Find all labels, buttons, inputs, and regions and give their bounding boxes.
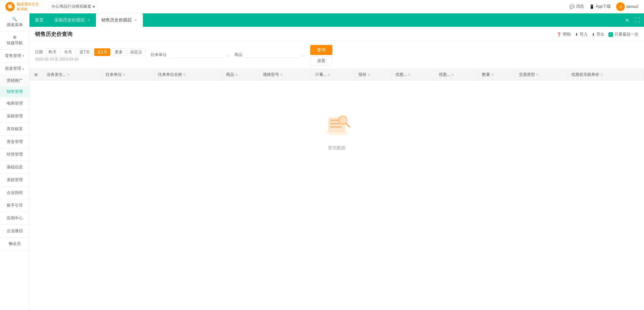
tab-bar: 首页 采购历史价跟踪 × 销售历史价跟踪 × ✕ ⛶ [30, 13, 644, 27]
tab-purchase-history[interactable]: 采购历史价跟踪 × [49, 13, 96, 27]
sidebar-item-sales-mgmt[interactable]: 销售管理 [0, 86, 29, 97]
column-tax-price[interactable]: 优惠前无税单价 ⇅ [568, 69, 644, 81]
sidebar-item-retail[interactable]: 零售管理 ▾ [0, 50, 29, 62]
sidebar-item-ecommerce[interactable]: 电商管理 [0, 97, 29, 110]
product-label: 商品 [234, 52, 243, 58]
product-input[interactable] [245, 52, 299, 58]
sort-icon: ⇅ [183, 73, 186, 76]
app-download-button[interactable]: 📱 App下载 [589, 4, 611, 9]
company-name: 办公用品行业模拟账套 [51, 4, 92, 9]
column-partner-name[interactable]: 往来单位名称 ⇅ [154, 69, 222, 81]
column-partner-code[interactable]: 往来单位 ⇅ [102, 69, 154, 81]
column-discount2[interactable]: 优惠... ⇅ [435, 69, 479, 81]
help-button[interactable]: ❓ 帮助 [556, 32, 571, 37]
date-btn-today[interactable]: 今天 [61, 48, 75, 56]
sidebar-item-search[interactable]: 🔍 搜索菜单 [0, 13, 29, 32]
company-selector[interactable]: 办公用品行业模拟账套 ▾ [48, 2, 98, 11]
svg-point-6 [339, 117, 346, 123]
tab-sales-history[interactable]: 销售历史价跟踪 × [96, 13, 143, 27]
date-btn-yesterday[interactable]: 昨天 [46, 48, 60, 56]
top-header: 畅 畅捷通好生意 标准版 办公用品行业模拟账套 ▾ 💬 消息 📱 App下载 d… [0, 0, 644, 13]
table-container: ⚙ 业务发生... ⇅ 往来单位 [30, 69, 644, 178]
column-biz-date[interactable]: 业务发生... ⇅ [43, 69, 102, 81]
sidebar-item-member[interactable]: 畅会员 [0, 238, 29, 250]
tab-bar-right: ✕ ⛶ [624, 16, 644, 25]
sidebar-item-guide[interactable]: 新手引导 [0, 199, 29, 212]
tab-close-purchase[interactable]: × [87, 18, 91, 22]
empty-state: 暂无数据 [30, 81, 644, 178]
settings-button[interactable]: 设置 [310, 56, 332, 65]
date-buttons: 昨天 今天 近7天 近1月 更多 自定义 [46, 48, 145, 56]
column-spec[interactable]: 规格型号 ⇅ [259, 69, 312, 81]
sidebar-item-shortcut[interactable]: ⊞ 快捷导航 [0, 32, 29, 50]
column-gear[interactable]: ⚙ [30, 69, 43, 81]
chevron-down-icon: ▾ [22, 54, 24, 58]
page-header: 销售历史价查询 ❓ 帮助 ⬆ 导入 ⬇ 导出 ✓ [30, 27, 644, 41]
date-btn-1month[interactable]: 近1月 [94, 48, 111, 56]
logo-icon: 畅 [5, 2, 15, 11]
column-trade-type[interactable]: 交易类型 ⇅ [515, 69, 568, 81]
tab-close-sales[interactable]: × [134, 18, 138, 22]
page-header-actions: ❓ 帮助 ⬆ 导入 ⬇ 导出 ✓ 只看最后一次 [556, 32, 639, 37]
sort-icon: ⇅ [451, 73, 454, 76]
avatar: d [616, 2, 625, 11]
partner-filter-group: 往来单位 ... [151, 52, 229, 58]
table-header-row: ⚙ 业务发生... ⇅ 往来单位 [30, 69, 644, 81]
sidebar-item-wechat[interactable]: 企业微信 [0, 225, 29, 238]
gear-icon: ⚙ [34, 72, 38, 77]
sidebar-item-enterprise[interactable]: 企业协同 [0, 187, 29, 199]
svg-line-7 [346, 123, 350, 127]
data-table: ⚙ 业务发生... ⇅ 往来单位 [30, 69, 644, 81]
sidebar-item-inventory[interactable]: 库存核算 [0, 123, 29, 136]
only-last-toggle[interactable]: ✓ 只看最后一次 [608, 32, 639, 37]
mobile-icon: 📱 [589, 4, 594, 9]
sort-icon: ⇅ [235, 73, 238, 76]
product-filter-group: 商品 ... [234, 52, 305, 58]
date-btn-more[interactable]: 更多 [112, 48, 126, 56]
main-layout: 🔍 搜索菜单 ⊞ 快捷导航 零售管理 ▾ 批发管理 ▴ 营销推广 销售管理 电商… [0, 13, 644, 310]
logo-area: 畅 畅捷通好生意 标准版 [5, 2, 39, 11]
empty-illustration [320, 107, 354, 141]
logo-text: 畅捷通好生意 标准版 [17, 2, 39, 11]
sidebar-item-wholesale[interactable]: 批发管理 ▴ [0, 62, 29, 75]
maximize-button[interactable]: ⛶ [633, 16, 641, 24]
date-range-text: 2023-02-18 至 2023-03-18 [35, 57, 145, 62]
import-button[interactable]: ⬆ 导入 [575, 32, 588, 37]
close-tab-button[interactable]: ✕ [624, 16, 631, 25]
sort-icon: ⇅ [123, 73, 125, 76]
filter-bar: 日期 昨天 今天 近7天 近1月 更多 自定义 2023-02-18 至 202… [30, 41, 644, 69]
page-title: 销售历史价查询 [35, 31, 72, 38]
content-area: 首页 采购历史价跟踪 × 销售历史价跟踪 × ✕ ⛶ 销售历史价查询 [30, 13, 644, 310]
tab-home[interactable]: 首页 [30, 13, 49, 27]
sort-icon: ⇅ [67, 73, 70, 76]
messages-button[interactable]: 💬 消息 [570, 4, 584, 9]
checkbox-icon: ✓ [608, 32, 613, 37]
sidebar-item-system[interactable]: 系统管理 [0, 174, 29, 187]
sidebar-item-marketing[interactable]: 营销推广 [0, 75, 29, 86]
column-unit[interactable]: 计量... ⇅ [312, 69, 355, 81]
date-btn-custom[interactable]: 自定义 [127, 48, 145, 56]
column-quantity[interactable]: 数量 ⇅ [479, 69, 516, 81]
header-left: 畅 畅捷通好生意 标准版 办公用品行业模拟账套 ▾ [5, 2, 98, 11]
sidebar-item-basic-info[interactable]: 基础信息 [0, 161, 29, 174]
column-price[interactable]: 报价 ⇅ [355, 69, 392, 81]
partner-input[interactable] [169, 52, 223, 58]
search-icon: 🔍 [12, 17, 17, 21]
search-button[interactable]: 查询 [310, 45, 332, 55]
column-discount1[interactable]: 优惠... ⇅ [392, 69, 435, 81]
sort-icon: ⇅ [368, 73, 370, 76]
date-btn-7days[interactable]: 近7天 [76, 48, 93, 56]
date-options-group: 日期 昨天 今天 近7天 近1月 更多 自定义 [35, 48, 145, 56]
import-icon: ⬆ [575, 32, 578, 37]
user-profile[interactable]: d demo2 [616, 2, 639, 11]
page-content: 销售历史价查询 ❓ 帮助 ⬆ 导入 ⬇ 导出 ✓ [30, 27, 644, 310]
sidebar-item-operations[interactable]: 经营管理 [0, 148, 29, 161]
export-button[interactable]: ⬇ 导出 [592, 32, 604, 37]
sidebar-item-purchase[interactable]: 采购管理 [0, 110, 29, 123]
column-product[interactable]: 商品 ⇅ [223, 69, 260, 81]
sort-icon: ⇅ [491, 73, 494, 76]
sidebar-item-app-center[interactable]: 应用中心 [0, 212, 29, 225]
filter-buttons: 查询 设置 [310, 45, 332, 65]
sidebar-item-finance[interactable]: 资金管理 [0, 136, 29, 148]
help-icon: ❓ [556, 32, 561, 37]
